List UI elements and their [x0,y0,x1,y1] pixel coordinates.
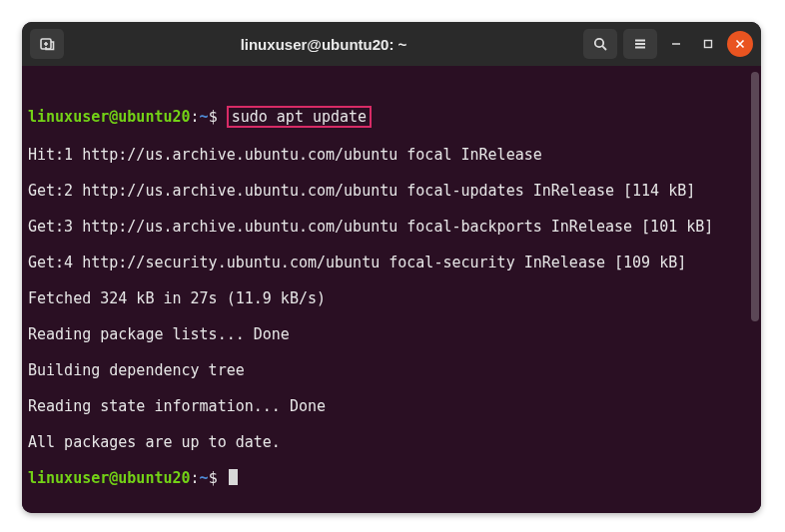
close-button[interactable] [727,31,753,57]
search-icon [592,36,608,52]
output-line: Get:2 http://us.archive.ubuntu.com/ubunt… [28,182,755,200]
minimize-icon [671,39,681,49]
new-tab-icon [39,36,55,52]
prompt-path: ~ [200,108,209,126]
maximize-icon [703,39,713,49]
prompt-user: linuxuser@ubuntu20 [28,469,191,487]
titlebar-right [583,29,753,59]
scrollbar[interactable] [751,72,759,321]
output-line: Reading package lists... Done [28,325,755,343]
prompt-line-2: linuxuser@ubuntu20:~$ [28,469,755,487]
new-tab-button[interactable] [30,29,64,59]
search-button[interactable] [583,29,617,59]
output-line: Hit:1 http://us.archive.ubuntu.com/ubunt… [28,146,755,164]
terminal-cursor [229,469,238,485]
prompt-symbol: $ [209,108,218,126]
output-line: Get:3 http://us.archive.ubuntu.com/ubunt… [28,218,755,236]
prompt-user: linuxuser@ubuntu20 [28,108,191,126]
output-line: Get:4 http://security.ubuntu.com/ubuntu … [28,254,755,271]
output-line: Fetched 324 kB in 27s (11.9 kB/s) [28,289,755,307]
hamburger-icon [632,36,648,52]
command-highlight: sudo apt update [227,106,372,128]
titlebar: linuxuser@ubuntu20: ~ [22,22,761,66]
prompt-line-1: linuxuser@ubuntu20:~$ sudo apt update [28,106,755,128]
terminal-body[interactable]: linuxuser@ubuntu20:~$ sudo apt update Hi… [22,66,761,513]
prompt-sep: : [191,469,200,487]
output-line: All packages are up to date. [28,433,755,451]
svg-rect-2 [705,41,712,48]
close-icon [735,39,745,49]
terminal-window: linuxuser@ubuntu20: ~ [22,22,761,513]
prompt-path: ~ [200,469,209,487]
menu-button[interactable] [623,29,657,59]
svg-point-1 [595,39,603,47]
minimize-button[interactable] [663,31,689,57]
prompt-sep: : [191,108,200,126]
output-line: Reading state information... Done [28,397,755,415]
prompt-symbol: $ [209,469,218,487]
window-title: linuxuser@ubuntu20: ~ [70,36,577,53]
output-line: Building dependency tree [28,361,755,379]
maximize-button[interactable] [695,31,721,57]
